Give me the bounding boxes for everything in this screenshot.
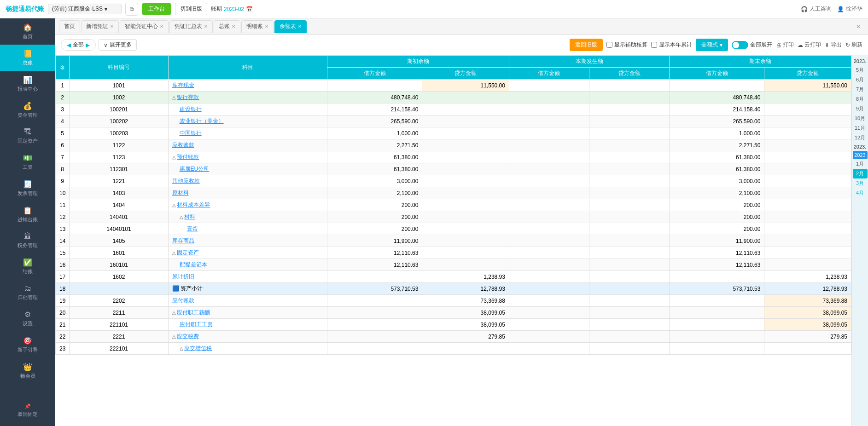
expand-more-button[interactable]: ∨ 展开更多 (99, 39, 137, 51)
account-name-link[interactable]: 固定资产 (177, 249, 199, 256)
account-name-link[interactable]: 应付账款 (172, 297, 194, 304)
tab-voucher-summary[interactable]: 凭证汇总表 ✕ (169, 20, 213, 33)
sidebar-item-invoice[interactable]: 🧾 发票管理 (0, 175, 55, 201)
month-9[interactable]: 9月 (853, 104, 868, 114)
show-aux-checkbox[interactable]: 显示辅助核算 (606, 41, 647, 49)
row-name[interactable]: △ 固定资产 (168, 247, 327, 259)
company-selector[interactable]: (劳前) 江西股金-LSS ▾ (48, 4, 122, 14)
row-name[interactable]: 🟦 资产小计 (168, 283, 327, 295)
sidebar-item-tax[interactable]: 🏛 税务管理 (0, 228, 55, 253)
month-1[interactable]: 1月 (853, 159, 868, 169)
account-name-link[interactable]: 库存现金 (172, 82, 194, 88)
row-name[interactable]: △ 材料成本差异 (168, 199, 327, 211)
account-name-link[interactable]: 配提差记本 (180, 261, 207, 268)
sidebar-item-reports[interactable]: 📊 报表中心 (0, 71, 55, 97)
account-name-link[interactable]: 预付账款 (177, 154, 199, 160)
return-old-version-button[interactable]: 返回旧版 (570, 39, 603, 51)
sidebar-item-guide[interactable]: 🎯 新手引导 (0, 332, 55, 358)
expand-arrow-icon[interactable]: △ (172, 155, 177, 160)
month-7[interactable]: 7月 (853, 85, 868, 94)
sidebar-item-payroll[interactable]: 💵 工资 (0, 149, 55, 175)
row-name[interactable]: 库存现金 (168, 80, 327, 92)
aux-checkbox-input[interactable] (606, 42, 612, 48)
row-name[interactable]: 应收账款 (168, 139, 327, 151)
format-button[interactable]: 全额式 ▾ (696, 39, 728, 51)
copy-icon[interactable]: ⧉ (125, 3, 138, 16)
sidebar-item-purchase[interactable]: 📋 进销台账 (0, 201, 55, 228)
year-label-1[interactable]: 2023. (854, 57, 867, 65)
account-name-link[interactable]: 银行存款 (177, 94, 199, 100)
close-general-ledger-icon[interactable]: ✕ (232, 24, 235, 29)
workspace-button[interactable]: 工作台 (142, 3, 171, 15)
month-10[interactable]: 10月 (853, 114, 868, 123)
row-name[interactable]: 应付职工工资 (168, 319, 327, 331)
row-name[interactable]: △ 应付职工薪酬 (168, 307, 327, 319)
month-11[interactable]: 11月 (853, 123, 868, 133)
tab-general-ledger[interactable]: 总账 ✕ (214, 20, 240, 33)
show-ytd-checkbox[interactable]: 显示本年累计 (651, 41, 692, 49)
close-all-icon[interactable]: ✕ (852, 23, 864, 30)
close-balance-sheet-icon[interactable]: ✕ (298, 24, 302, 29)
account-name-link[interactable]: 惠属EU公司 (180, 166, 210, 172)
month-3[interactable]: 3月 (853, 178, 868, 188)
row-name[interactable]: 惠属EU公司 (168, 163, 327, 175)
account-name-link[interactable]: 累计折旧 (172, 273, 194, 280)
row-name[interactable]: △ 材料 (168, 211, 327, 223)
user-service[interactable]: 🎧 人工咨询 (801, 5, 832, 13)
account-name-link[interactable]: 应交税费 (177, 333, 199, 340)
switch-version-button[interactable]: 切到旧版 (175, 3, 207, 15)
year-2023-label[interactable]: 2023 (853, 151, 868, 159)
calendar-icon[interactable]: 📅 (246, 6, 253, 12)
expand-arrow-icon[interactable]: △ (180, 346, 185, 351)
row-name[interactable]: △ 应交增值税 (168, 343, 327, 355)
refresh-button[interactable]: ↻ 刷新 (845, 41, 862, 49)
close-new-voucher-icon[interactable]: ✕ (110, 24, 114, 29)
month-4[interactable]: 4月 (853, 188, 868, 198)
row-name[interactable]: 原材料 (168, 187, 327, 199)
sidebar-item-close[interactable]: ✅ 结账 (0, 253, 55, 280)
row-name[interactable]: 配提差记本 (168, 259, 327, 271)
account-name-link[interactable]: 库存商品 (172, 237, 194, 244)
expand-arrow-icon[interactable]: △ (172, 202, 177, 207)
cloud-print-button[interactable]: ☁ 云打印 (798, 41, 821, 49)
account-name-link[interactable]: 农业银行（美金） (180, 118, 224, 124)
tab-new-voucher[interactable]: 新增凭证 ✕ (81, 20, 119, 33)
sidebar-item-home[interactable]: 🏠 首页 (0, 18, 55, 45)
gear-icon[interactable]: ⚙ (60, 64, 65, 71)
sidebar-item-settings[interactable]: ⚙ 设置 (0, 305, 55, 332)
filter-all-button[interactable]: ◀ 全部 ▶ (61, 39, 96, 51)
row-name[interactable]: 农业银行（美金） (168, 115, 327, 127)
row-name[interactable]: △ 预付账款 (168, 151, 327, 163)
expand-arrow-icon[interactable]: △ (180, 214, 185, 219)
month-8[interactable]: 8月 (853, 94, 868, 104)
tab-home[interactable]: 首页 (59, 20, 80, 33)
account-name-link[interactable]: 材料 (184, 213, 195, 220)
sidebar-item-member[interactable]: 👑 畅会员 (0, 358, 55, 384)
month-5[interactable]: 5月 (853, 65, 868, 75)
close-detail-ledger-icon[interactable]: ✕ (265, 24, 268, 29)
row-name[interactable]: 应付账款 (168, 295, 327, 307)
month-2[interactable]: 2月 (853, 169, 868, 178)
account-name-link[interactable]: 应收账款 (172, 142, 194, 148)
row-name[interactable]: 壹蛋 (168, 223, 327, 235)
user-profile[interactable]: 👤 徐泽华 (837, 5, 862, 13)
month-6[interactable]: 6月 (853, 75, 868, 85)
row-name[interactable]: 库存商品 (168, 235, 327, 247)
expand-arrow-icon[interactable]: △ (172, 310, 177, 315)
export-button[interactable]: ⬇ 导出 (825, 41, 842, 49)
account-name-link[interactable]: 材料成本差异 (177, 201, 210, 208)
ytd-checkbox-input[interactable] (651, 42, 657, 48)
year-label-2[interactable]: 2023. (854, 143, 867, 151)
settings-header[interactable]: ⚙ (56, 56, 70, 80)
sidebar-item-archive[interactable]: 🗂 归档管理 (0, 280, 55, 305)
toggle-switch-input[interactable] (732, 41, 748, 49)
month-12[interactable]: 12月 (853, 133, 868, 143)
account-name-link[interactable]: 原材料 (172, 190, 189, 196)
row-name[interactable]: △ 银行存款 (168, 92, 327, 104)
account-name-link[interactable]: 其他应收款 (172, 178, 200, 184)
account-name-link[interactable]: 建设银行 (180, 106, 202, 112)
close-smart-voucher-icon[interactable]: ✕ (160, 24, 163, 29)
account-name-link[interactable]: 中国银行 (180, 130, 202, 136)
row-name[interactable]: △ 应交税费 (168, 331, 327, 343)
tab-balance-sheet[interactable]: 余额表 ✕ (274, 20, 307, 33)
